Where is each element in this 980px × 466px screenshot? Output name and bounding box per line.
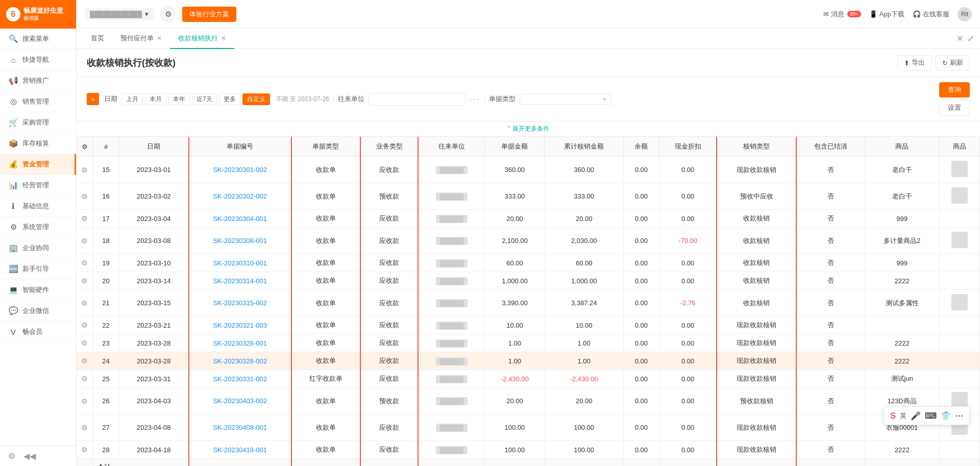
sidebar-item-inventory[interactable]: 📦库存核算 <box>0 133 76 154</box>
table-row[interactable]: ⚙ 27 2023-04-08 SK-20230408-001 收款单 应收款 … <box>77 414 980 441</box>
settings-icon[interactable]: ⚙ <box>8 451 15 461</box>
cell-bill-no[interactable]: SK-20230304-001 <box>189 210 291 228</box>
ime-keyboard-icon[interactable]: ⌨ <box>925 411 937 421</box>
row-settings-icon[interactable]: ⚙ <box>81 424 88 432</box>
cell-bill-no[interactable]: SK-20230408-001 <box>189 414 291 441</box>
table-row[interactable]: ⚙ 21 2023-03-15 SK-20230315-002 收款单 应收款 … <box>77 290 980 316</box>
table-row[interactable]: ⚙ 19 2023-03-10 SK-20230310-001 收款单 应收款 … <box>77 254 980 272</box>
date-btn-more[interactable]: 更多 <box>219 93 240 105</box>
cell-bill-no[interactable]: SK-20230308-001 <box>189 228 291 254</box>
cell-settings[interactable]: ⚙ <box>77 414 93 441</box>
row-settings-icon[interactable]: ⚙ <box>81 375 88 383</box>
filter-expand-button[interactable]: » <box>87 93 99 105</box>
col-settings[interactable]: ⚙ <box>77 137 93 157</box>
cell-settings[interactable]: ⚙ <box>77 290 93 316</box>
sidebar-item-basic-info[interactable]: ℹ基础信息 <box>0 196 76 217</box>
table-row[interactable]: ⚙ 23 2023-03-28 SK-20230328-001 收款单 应收款 … <box>77 334 980 352</box>
sidebar-item-hardware[interactable]: 💻智能硬件 <box>0 280 76 301</box>
date-btn-7days[interactable]: 近7天 <box>192 93 217 105</box>
cell-bill-no[interactable]: SK-20230418-001 <box>189 441 291 459</box>
cell-settings[interactable]: ⚙ <box>77 334 93 352</box>
cell-bill-no[interactable]: SK-20230314-001 <box>189 272 291 290</box>
messages-action[interactable]: ✉ 消息 99+ <box>823 10 861 19</box>
query-button[interactable]: 查询 <box>939 82 970 97</box>
row-settings-icon[interactable]: ⚙ <box>81 192 88 201</box>
date-btn-this-month[interactable]: 本月 <box>145 93 166 105</box>
sidebar-item-purchase[interactable]: 🛒采购管理 <box>0 112 76 133</box>
cell-bill-no[interactable]: SK-20230315-002 <box>189 290 291 316</box>
date-btn-last-month[interactable]: 上月 <box>121 93 143 105</box>
cell-settings[interactable]: ⚙ <box>77 210 93 228</box>
date-btn-this-year[interactable]: 本年 <box>168 93 190 105</box>
sidebar-item-wechat[interactable]: 💬企业微信 <box>0 301 76 322</box>
row-settings-icon[interactable]: ⚙ <box>81 299 88 307</box>
cell-bill-no[interactable]: SK-20230403-002 <box>189 388 291 414</box>
cell-settings[interactable]: ⚙ <box>77 441 93 459</box>
sidebar-item-operations[interactable]: 📊经营管理 <box>0 175 76 196</box>
cell-bill-no[interactable]: SK-20230301-002 <box>189 157 291 183</box>
online-service-action[interactable]: 🎧 在线客服 <box>913 10 949 19</box>
filter-settings-button[interactable]: 设置 <box>939 100 970 116</box>
cell-settings[interactable]: ⚙ <box>77 272 93 290</box>
sidebar-item-guide[interactable]: 🆕新手引导 <box>0 259 76 280</box>
table-row[interactable]: ⚙ 20 2023-03-14 SK-20230314-001 收款单 应收款 … <box>77 272 980 290</box>
solution-button[interactable]: 体验行业方案 <box>182 7 236 22</box>
refresh-button[interactable]: ↻ 刷新 <box>936 55 970 70</box>
tab-home[interactable]: 首页 <box>83 29 112 49</box>
unit-filter-input[interactable] <box>369 93 465 106</box>
cell-bill-no[interactable]: SK-20230321-003 <box>189 316 291 334</box>
cell-bill-no[interactable]: SK-20230328-001 <box>189 334 291 352</box>
settings-button[interactable]: ⚙ <box>160 6 176 22</box>
expand-more-bar[interactable]: ˅ 展开更多条件 <box>77 121 980 137</box>
ime-mic-icon[interactable]: 🎤 <box>911 411 921 421</box>
cell-settings[interactable]: ⚙ <box>77 157 93 183</box>
table-row[interactable]: ⚙ 18 2023-03-08 SK-20230308-001 收款单 应收款 … <box>77 228 980 254</box>
row-settings-icon[interactable]: ⚙ <box>81 237 88 245</box>
row-settings-icon[interactable]: ⚙ <box>81 357 88 365</box>
row-settings-icon[interactable]: ⚙ <box>81 166 88 174</box>
cell-settings[interactable]: ⚙ <box>77 183 93 210</box>
cell-bill-no[interactable]: SK-20230331-002 <box>189 370 291 388</box>
row-settings-icon[interactable]: ⚙ <box>81 259 88 267</box>
maximize-icon[interactable]: ⤢ <box>967 34 974 43</box>
row-settings-icon[interactable]: ⚙ <box>81 446 88 454</box>
cell-bill-no[interactable]: SK-20230310-001 <box>189 254 291 272</box>
sidebar-item-quick-nav[interactable]: ⌂快捷导航 <box>0 50 76 70</box>
date-btn-custom[interactable]: 自定义 <box>242 93 270 105</box>
sidebar-item-finance[interactable]: 💰资金管理 <box>0 154 76 175</box>
receipt-type-select[interactable]: ▾ <box>520 94 611 105</box>
cell-bill-no[interactable]: SK-20230302-002 <box>189 183 291 210</box>
table-row[interactable]: ⚙ 26 2023-04-03 SK-20230403-002 收款单 预收款 … <box>77 388 980 414</box>
sidebar-item-marketing[interactable]: 📢营销推广 <box>0 70 76 91</box>
sidebar-item-search[interactable]: 🔍搜索菜单 <box>0 29 76 50</box>
cell-settings[interactable]: ⚙ <box>77 254 93 272</box>
sidebar-item-member[interactable]: V畅会员 <box>0 322 76 342</box>
cell-settings[interactable]: ⚙ <box>77 228 93 254</box>
sidebar-item-enterprise[interactable]: 🏢企业协同 <box>0 238 76 259</box>
row-settings-icon[interactable]: ⚙ <box>81 397 88 405</box>
row-settings-icon[interactable]: ⚙ <box>81 339 88 347</box>
table-row[interactable]: ⚙ 16 2023-03-02 SK-20230302-002 收款单 预收款 … <box>77 183 980 210</box>
table-row[interactable]: ⚙ 25 2023-03-31 SK-20230331-002 红字收款单 应收… <box>77 370 980 388</box>
row-settings-icon[interactable]: ⚙ <box>81 321 88 329</box>
cell-bill-no[interactable]: SK-20230328-002 <box>189 352 291 370</box>
cell-settings[interactable]: ⚙ <box>77 316 93 334</box>
cell-settings[interactable]: ⚙ <box>77 352 93 370</box>
sidebar-item-sales[interactable]: ◎销售管理 <box>0 91 76 112</box>
table-row[interactable]: ⚙ 28 2023-04-18 SK-20230418-001 收款单 应收款 … <box>77 441 980 459</box>
app-download-action[interactable]: 📱 App下载 <box>869 10 904 19</box>
table-row[interactable]: ⚙ 17 2023-03-04 SK-20230304-001 收款单 应收款 … <box>77 210 980 228</box>
tab-prepay-close[interactable]: ✕ <box>157 35 162 42</box>
tab-collection-close[interactable]: ✕ <box>221 35 226 42</box>
table-row[interactable]: ⚙ 24 2023-03-28 SK-20230328-002 收款单 应收款 … <box>77 352 980 370</box>
table-row[interactable]: ⚙ 15 2023-03-01 SK-20230301-002 收款单 应收款 … <box>77 157 980 183</box>
workspace-selector[interactable]: ████████████ ▾ <box>85 8 154 20</box>
cell-settings[interactable]: ⚙ <box>77 370 93 388</box>
expand-more-button[interactable]: ˅ 展开更多条件 <box>507 125 549 133</box>
ime-more-icon[interactable]: ⋯ <box>955 411 963 421</box>
table-row[interactable]: ⚙ 22 2023-03-21 SK-20230321-003 收款单 应收款 … <box>77 316 980 334</box>
export-button[interactable]: ⬆ 导出 <box>897 55 932 70</box>
ime-shirt-icon[interactable]: 👕 <box>941 411 951 421</box>
user-avatar[interactable]: Rit <box>958 7 972 21</box>
row-settings-icon[interactable]: ⚙ <box>81 277 88 285</box>
